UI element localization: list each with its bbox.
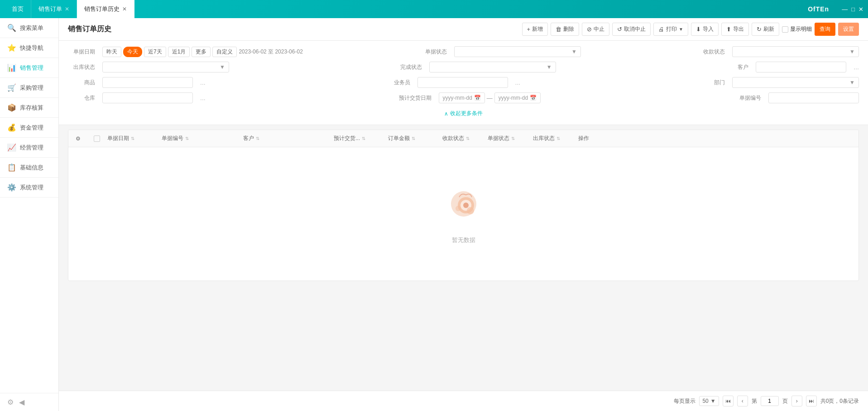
sidebar-item-sales[interactable]: 📊 销售管理: [0, 58, 58, 78]
date-btn-custom[interactable]: 自定义: [212, 47, 237, 57]
sort-pay-status-icon: ⇅: [466, 136, 470, 141]
sort-customer-icon: ⇅: [256, 136, 259, 141]
doc-number-input[interactable]: [768, 92, 859, 103]
header-doc-status-label: 单据状态: [488, 135, 509, 142]
collapse-up-icon: ∧: [444, 111, 448, 117]
goods-input[interactable]: [102, 77, 193, 88]
header-amount[interactable]: 订单金额 ⇅: [384, 130, 439, 147]
goods-label: 商品: [68, 79, 95, 87]
filter-row-status: 出库状态 ▼ 完成状态 ▼ 客户 ...: [68, 62, 859, 73]
content-area: 销售订单历史 + 新增 🗑 删除 ⊘ 中止 ↺: [59, 18, 868, 411]
print-button[interactable]: 🖨 打印 ▼: [653, 23, 688, 36]
sidebar-item-quicknav[interactable]: ⭐ 快捷导航: [0, 38, 58, 58]
sort-number-icon: ⇅: [185, 136, 189, 141]
warehouse-dots[interactable]: ...: [200, 94, 206, 102]
export-button[interactable]: ⬆ 导出: [721, 23, 749, 36]
tab-sales-order-history[interactable]: 销售订单历史 ✕: [77, 0, 134, 18]
filter-area: 单据日期 昨天 今天 近7天 近1月 更多: [59, 41, 868, 125]
header-settings[interactable]: ⚙: [72, 131, 90, 146]
date-btn-more[interactable]: 更多: [192, 47, 211, 57]
header-doc-status[interactable]: 单据状态 ⇅: [484, 130, 529, 147]
delivery-date-from[interactable]: yyyy-mm-dd 📅: [439, 92, 485, 103]
toolbar: + 新增 🗑 删除 ⊘ 中止 ↺ 取消中止: [522, 23, 859, 36]
clipboard-icon: 📋: [7, 163, 16, 172]
out-status-select[interactable]: ▼: [102, 62, 229, 73]
payment-status-select[interactable]: ▼: [732, 46, 859, 57]
sidebar-item-search[interactable]: 🔍 搜索菜单: [0, 18, 58, 38]
display-toggle[interactable]: 显示明细: [782, 25, 812, 33]
delivery-date-to[interactable]: yyyy-mm-dd 📅: [494, 92, 541, 103]
header-checkbox[interactable]: [90, 131, 104, 146]
header-customer[interactable]: 客户 ⇅: [240, 130, 330, 147]
date-btn-1month[interactable]: 近1月: [168, 47, 190, 57]
page-number-input[interactable]: [761, 396, 779, 406]
header-date[interactable]: 单据日期 ⇅: [104, 130, 158, 147]
window-minimize-icon[interactable]: —: [842, 6, 848, 13]
date-separator: —: [487, 95, 493, 102]
goods-dots[interactable]: ...: [200, 79, 206, 86]
delete-button[interactable]: 🗑 删除: [551, 23, 579, 36]
tab-sales-order-close[interactable]: ✕: [65, 6, 69, 12]
cancel-stop-button[interactable]: ↺ 取消中止: [612, 23, 651, 36]
sidebar-item-system[interactable]: ⚙️ 系统管理: [0, 178, 58, 198]
sidebar-item-purchase[interactable]: 🛒 采购管理: [0, 78, 58, 98]
date-btn-yesterday[interactable]: 昨天: [102, 47, 121, 57]
bill-status-select[interactable]: ▼: [454, 46, 581, 57]
sidebar-settings-icon[interactable]: ⚙: [7, 398, 14, 406]
sidebar-label-purchase: 采购管理: [20, 84, 43, 92]
query-button[interactable]: 查询: [815, 23, 835, 36]
refresh-button[interactable]: ↻ 刷新: [752, 23, 779, 36]
import-button[interactable]: ⬇ 导入: [691, 23, 719, 36]
tab-sales-order-history-close[interactable]: ✕: [122, 6, 127, 12]
total-text: 共0页，0条记录: [820, 397, 859, 405]
page-size-value: 50: [702, 398, 708, 404]
delivery-date-picker: yyyy-mm-dd 📅 — yyyy-mm-dd 📅: [439, 92, 541, 103]
header-delivery[interactable]: 预计交货... ⇅: [330, 130, 384, 147]
bill-status-arrow: ▼: [571, 48, 577, 55]
page-first-button[interactable]: ⏮: [723, 396, 734, 406]
department-select[interactable]: ▼: [732, 77, 859, 88]
stop-label: 中止: [594, 25, 604, 33]
warehouse-input[interactable]: [102, 92, 193, 103]
stop-button[interactable]: ⊘ 中止: [582, 23, 609, 36]
header-amount-label: 订单金额: [388, 135, 410, 142]
complete-status-select[interactable]: ▼: [429, 62, 556, 73]
cancel-stop-icon: ↺: [617, 26, 622, 33]
date-btn-7days[interactable]: 近7天: [144, 47, 166, 57]
table-area: ⚙ 单据日期 ⇅ 单据编号 ⇅ 客户 ⇅: [59, 125, 868, 391]
customer-dots[interactable]: ...: [854, 63, 859, 71]
sort-amount-icon: ⇅: [412, 136, 415, 141]
date-btn-today[interactable]: 今天: [123, 47, 142, 57]
header-pay-status-label: 收款状态: [442, 135, 464, 142]
window-close-icon[interactable]: ✕: [858, 6, 863, 13]
window-maximize-icon[interactable]: □: [851, 6, 855, 13]
empty-illustration: [441, 184, 486, 229]
page-size-select[interactable]: 50 ▼: [699, 396, 719, 406]
add-button[interactable]: + 新增: [522, 23, 548, 36]
page-header: 销售订单历史 + 新增 🗑 删除 ⊘ 中止 ↺: [59, 18, 868, 41]
sidebar-item-finance[interactable]: 💰 资金管理: [0, 118, 58, 138]
delivery-date-to-text: yyyy-mm-dd: [499, 95, 528, 101]
page-last-button[interactable]: ⏭: [806, 396, 817, 406]
sidebar-item-inventory[interactable]: 📦 库存核算: [0, 98, 58, 118]
collapse-button[interactable]: ∧ 收起更多条件: [444, 108, 483, 119]
tab-sales-order[interactable]: 销售订单 ✕: [31, 0, 77, 18]
salesperson-input[interactable]: [417, 77, 508, 88]
gear-icon: ⚙️: [7, 183, 16, 192]
page-prev-button[interactable]: ‹: [737, 396, 748, 406]
header-pay-status[interactable]: 收款状态 ⇅: [439, 130, 484, 147]
sidebar-label-inventory: 库存核算: [20, 104, 43, 112]
tab-home[interactable]: 首页: [5, 0, 31, 18]
cancel-stop-label: 取消中止: [624, 25, 646, 33]
page-next-button[interactable]: ›: [791, 396, 802, 406]
sidebar-item-basic-info[interactable]: 📋 基础信息: [0, 158, 58, 178]
header-customer-label: 客户: [243, 135, 254, 142]
salesperson-dots[interactable]: ...: [515, 79, 521, 86]
customer-input[interactable]: [756, 62, 846, 73]
header-out-status[interactable]: 出库状态 ⇅: [529, 130, 575, 147]
sort-out-status-icon: ⇅: [556, 136, 560, 141]
sidebar-collapse-icon[interactable]: ◀: [19, 398, 24, 406]
header-number[interactable]: 单据编号 ⇅: [158, 130, 240, 147]
settings-button[interactable]: 设置: [838, 23, 859, 36]
sidebar-item-operations[interactable]: 📈 经营管理: [0, 138, 58, 158]
